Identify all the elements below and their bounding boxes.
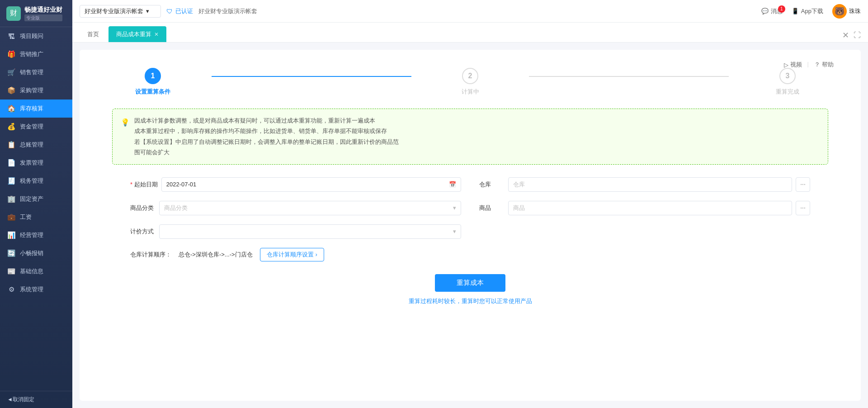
message-button[interactable]: 💬 消息 1 — [761, 7, 783, 15]
message-icon: 💬 — [761, 8, 769, 14]
sidebar-item-system[interactable]: ⚙ 系统管理 — [0, 280, 72, 299]
category-label: 商品分类 — [130, 204, 156, 212]
steps-container: 1 设置重算条件 2 计算中 3 重算完成 — [94, 61, 846, 109]
chevron-down-icon: ▾ — [146, 8, 149, 14]
sidebar-item-expense[interactable]: 🔄 小畅报销 — [0, 244, 72, 262]
calendar-icon[interactable]: 📅 — [449, 181, 456, 188]
sidebar-item-purchase[interactable]: 📦 采购管理 — [0, 81, 72, 100]
sidebar-item-label-tax: 税务管理 — [20, 177, 43, 185]
tab-recalc[interactable]: 商品成本重算 ✕ — [108, 26, 166, 42]
sidebar-item-label-accounting: 总账管理 — [20, 141, 43, 149]
project-icon: 🏗 — [7, 33, 15, 40]
sidebar-item-operations[interactable]: 📊 经营管理 — [0, 226, 72, 244]
sidebar-item-invoice[interactable]: 📄 发票管理 — [0, 154, 72, 172]
app-label: App下载 — [801, 7, 823, 15]
start-date-value: 2022-07-01 — [166, 181, 197, 188]
purchase-icon: 📦 — [7, 86, 15, 95]
sidebar-item-label-operations: 经营管理 — [20, 231, 43, 239]
sidebar-item-label-finance: 资金管理 — [20, 123, 43, 131]
company-name: 好业财专业版演示帐套 — [198, 7, 257, 15]
app-name: 畅捷通好业财 — [24, 5, 62, 14]
tab-recalc-close-icon[interactable]: ✕ — [154, 31, 159, 38]
sidebar-item-label-basic: 基础信息 — [20, 267, 43, 275]
info-box: 💡 因成本计算参数调整，或是对商品成本有疑问时，可以通过成本重算功能，重新计算一… — [112, 109, 828, 165]
sidebar-item-sales[interactable]: 🛒 销售管理 — [0, 63, 72, 81]
sidebar-item-label-expense: 小畅报销 — [20, 249, 43, 257]
sidebar-item-marketing[interactable]: 🎁 营销推广 — [0, 45, 72, 63]
form-row-1: * 起始日期 2022-07-01 📅 仓库 仓库 ··· — [130, 177, 810, 192]
chevron-down-icon: ▾ — [453, 204, 456, 211]
step-2-label: 计算中 — [462, 88, 479, 96]
sidebar-logo: 财 畅捷通好业财 专业版 — [0, 0, 72, 27]
warehouse-order-settings-button[interactable]: 仓库计算顺序设置 › — [260, 248, 324, 261]
sidebar-item-assets[interactable]: 🏢 固定资产 — [0, 190, 72, 208]
category-select[interactable]: 商品分类 ▾ — [159, 201, 461, 215]
product-label: 商品 — [479, 204, 505, 212]
step-line-1 — [212, 76, 411, 77]
product-input[interactable]: 商品 — [508, 201, 792, 215]
sidebar-item-project[interactable]: 🏗 项目顾问 — [0, 27, 72, 45]
start-date-group: * 起始日期 2022-07-01 📅 — [130, 177, 461, 192]
warehouse-order-value: 总仓->深圳仓库->...->门店仓 — [179, 251, 253, 259]
category-placeholder: 商品分类 — [164, 204, 188, 212]
product-group: 商品 商品 ··· — [479, 201, 810, 215]
info-line-2: 成本重算过程中，影响库存账的操作均不能操作，比如进货单、销货单、库存单据不能审核… — [134, 126, 399, 136]
submit-area: 重算成本 重算过程耗时较长，重算时您可以正常使用产品 — [94, 274, 846, 305]
form-area: * 起始日期 2022-07-01 📅 仓库 仓库 ··· — [94, 177, 846, 261]
chevron-down-icon: ▾ — [453, 228, 456, 235]
account-selector-label: 好业财专业版演示帐套 — [85, 7, 143, 15]
operations-icon: 📊 — [7, 231, 15, 239]
shield-icon: 🛡 — [166, 8, 173, 15]
accounting-icon: 📋 — [7, 141, 15, 149]
app-download-button[interactable]: 📱 App下载 — [792, 7, 823, 15]
pricing-group: 计价方式 ▾ — [130, 224, 461, 239]
main-area: 好业财专业版演示帐套 ▾ 🛡 已认证 好业财专业版演示帐套 💬 消息 1 📱 A… — [72, 0, 868, 408]
required-star: * — [130, 181, 132, 188]
sidebar-item-label-invoice: 发票管理 — [20, 159, 43, 167]
topbar: 好业财专业版演示帐套 ▾ 🛡 已认证 好业财专业版演示帐套 💬 消息 1 📱 A… — [72, 0, 868, 23]
verified-badge: 🛡 已认证 — [166, 7, 193, 15]
start-date-label-text: 起始日期 — [134, 181, 158, 188]
sidebar-item-basic[interactable]: 📰 基础信息 — [0, 262, 72, 280]
sidebar-item-payroll[interactable]: 💼 工资 — [0, 208, 72, 226]
tab-recalc-label: 商品成本重算 — [116, 30, 151, 38]
product-more-button[interactable]: ··· — [796, 201, 810, 215]
recalculate-button[interactable]: 重算成本 — [435, 274, 505, 292]
step-3-label: 重算完成 — [776, 88, 799, 96]
warehouse-more-button[interactable]: ··· — [796, 177, 810, 192]
info-content: 因成本计算参数调整，或是对商品成本有疑问时，可以通过成本重算功能，重新计算一遍成… — [134, 115, 399, 158]
start-date-label: * 起始日期 — [130, 180, 158, 189]
message-badge: 1 — [778, 5, 785, 13]
warehouse-input[interactable]: 仓库 — [508, 177, 792, 192]
warehouse-order-row: 仓库计算顺序： 总仓->深圳仓库->...->门店仓 仓库计算顺序设置 › — [130, 248, 810, 261]
sidebar-item-label-project: 项目顾问 — [20, 32, 43, 40]
form-row-3: 计价方式 ▾ — [130, 224, 810, 239]
sidebar-item-inventory[interactable]: 🏠 库存核算 — [0, 100, 72, 118]
sidebar-item-accounting[interactable]: 📋 总账管理 — [0, 136, 72, 154]
start-date-input[interactable]: 2022-07-01 📅 — [161, 177, 461, 192]
account-selector[interactable]: 好业财专业版演示帐套 ▾ — [80, 5, 161, 18]
content-panel: ▷ 视频 | ？ 帮助 1 设置重算条件 2 计算中 — [80, 50, 861, 401]
avatar: 🐻 — [832, 4, 847, 19]
sidebar-item-tax[interactable]: 🧾 税务管理 — [0, 172, 72, 190]
invoice-icon: 📄 — [7, 159, 15, 167]
sales-icon: 🛒 — [7, 68, 15, 76]
pricing-select[interactable]: ▾ — [159, 224, 461, 239]
close-panel-icon[interactable]: ✕ — [842, 30, 849, 40]
user-avatar-area[interactable]: 🐻 珠珠 — [832, 4, 861, 19]
category-group: 商品分类 商品分类 ▾ — [130, 201, 461, 215]
warehouse-order-label: 仓库计算顺序： — [130, 251, 171, 259]
sidebar-nav: 🏗 项目顾问 🎁 营销推广 🛒 销售管理 📦 采购管理 🏠 库存核算 💰 资金管… — [0, 27, 72, 391]
sidebar-item-finance[interactable]: 💰 资金管理 — [0, 118, 72, 136]
expand-icon[interactable]: ⛶ — [854, 31, 861, 39]
finance-icon: 💰 — [7, 123, 15, 131]
assets-icon: 🏢 — [7, 195, 15, 203]
pricing-label: 计价方式 — [130, 228, 156, 236]
info-line-1: 因成本计算参数调整，或是对商品成本有疑问时，可以通过成本重算功能，重新计算一遍成… — [134, 115, 399, 126]
warehouse-group: 仓库 仓库 ··· — [479, 177, 810, 192]
step-1-circle: 1 — [145, 68, 161, 84]
sidebar-unpin-button[interactable]: ◄取消固定 — [0, 391, 72, 408]
step-3: 3 重算完成 — [729, 68, 846, 96]
sidebar-item-label-purchase: 采购管理 — [20, 86, 43, 95]
tab-home[interactable]: 首页 — [80, 26, 107, 42]
